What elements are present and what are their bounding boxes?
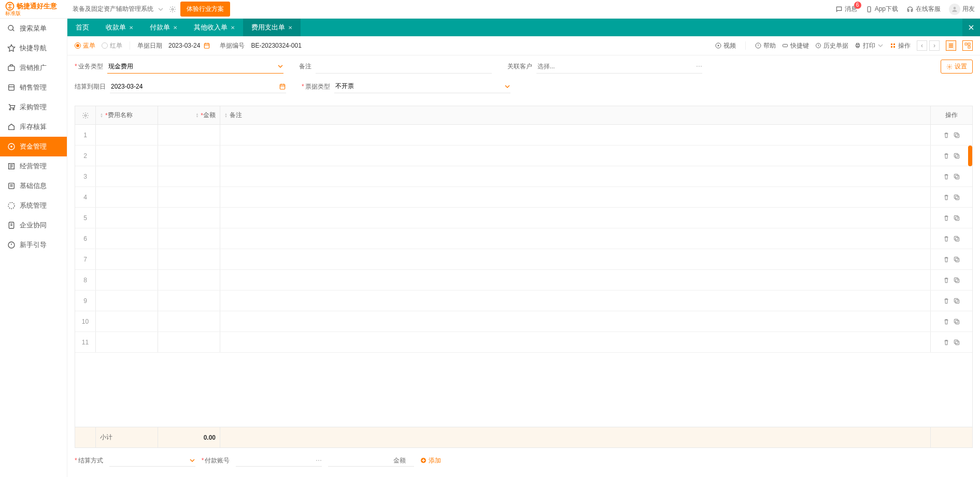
biz-type-select[interactable]	[107, 60, 283, 74]
add-settlement-link[interactable]: 添加	[420, 456, 441, 465]
cell-expense-name[interactable]	[96, 146, 158, 166]
view-mode-list[interactable]	[946, 40, 956, 51]
delete-row-icon[interactable]	[943, 214, 950, 222]
table-row[interactable]: 5	[75, 208, 972, 228]
copy-row-icon[interactable]	[953, 256, 960, 263]
sidebar-item[interactable]: 基础信息	[0, 176, 67, 196]
settings-button[interactable]: 设置	[941, 60, 973, 74]
messages-link[interactable]: 消息 6	[835, 5, 857, 13]
shortcut-link[interactable]: 快捷键	[782, 41, 809, 50]
table-row[interactable]: 1	[75, 125, 972, 146]
history-link[interactable]: 历史单据	[815, 41, 848, 50]
sidebar-item[interactable]: 销售管理	[0, 78, 67, 97]
col-amount[interactable]: ▲▼ *金额	[158, 106, 220, 124]
table-row[interactable]: 6	[75, 228, 972, 249]
copy-row-icon[interactable]	[953, 132, 960, 139]
help-link[interactable]: ? 帮助	[755, 41, 776, 50]
cell-expense-name[interactable]	[96, 208, 158, 228]
sidebar-item[interactable]: 新手引导	[0, 235, 67, 255]
amount-input[interactable]	[328, 454, 414, 467]
invoice-select[interactable]	[334, 80, 510, 93]
tab-close-icon[interactable]: ✕	[173, 25, 177, 31]
cell-amount[interactable]	[158, 228, 220, 249]
table-row[interactable]: 8	[75, 270, 972, 291]
cell-amount[interactable]	[158, 291, 220, 311]
copy-row-icon[interactable]	[953, 318, 960, 325]
sidebar-item[interactable]: 采购管理	[0, 97, 67, 117]
prev-doc[interactable]: ‹	[917, 40, 927, 51]
pay-account-select[interactable]: ⋯	[236, 454, 322, 467]
tab[interactable]: 首页	[67, 19, 97, 36]
cell-amount[interactable]	[158, 187, 220, 207]
operations-link[interactable]: 操作	[890, 41, 911, 50]
cell-expense-name[interactable]	[96, 125, 158, 145]
cell-remark[interactable]	[220, 311, 931, 331]
copy-row-icon[interactable]	[953, 235, 960, 242]
settle-method-select[interactable]	[109, 454, 195, 467]
delete-row-icon[interactable]	[943, 132, 950, 139]
table-row[interactable]: 10	[75, 311, 972, 332]
customer-select[interactable]: ⋯	[536, 60, 702, 74]
delete-row-icon[interactable]	[943, 194, 950, 201]
view-mode-tree[interactable]	[962, 40, 973, 51]
ellipsis-icon[interactable]: ⋯	[696, 63, 702, 70]
delete-row-icon[interactable]	[943, 297, 950, 305]
delete-row-icon[interactable]	[943, 256, 950, 263]
cell-remark[interactable]	[220, 125, 931, 145]
table-row[interactable]: 3	[75, 166, 972, 187]
col-expense-name[interactable]: ▲▼ *费用名称	[96, 106, 158, 124]
cell-amount[interactable]	[158, 270, 220, 290]
cell-remark[interactable]	[220, 166, 931, 186]
delete-row-icon[interactable]	[943, 339, 950, 346]
cell-remark[interactable]	[220, 187, 931, 207]
cell-amount[interactable]	[158, 311, 220, 331]
remark-input[interactable]	[316, 60, 492, 74]
close-all-tabs[interactable]	[962, 19, 980, 36]
cell-amount[interactable]	[158, 208, 220, 228]
table-row[interactable]: 9	[75, 291, 972, 311]
table-row[interactable]: 2	[75, 146, 972, 166]
gear-icon[interactable]	[169, 6, 176, 13]
table-row[interactable]: 11	[75, 332, 972, 353]
scrollbar-thumb[interactable]	[968, 146, 972, 166]
cell-remark[interactable]	[220, 291, 931, 311]
video-link[interactable]: 视频	[715, 41, 736, 50]
tab[interactable]: 其他收入单✕	[186, 19, 243, 36]
cell-expense-name[interactable]	[96, 270, 158, 290]
cell-amount[interactable]	[158, 125, 220, 145]
cell-remark[interactable]	[220, 270, 931, 290]
delete-row-icon[interactable]	[943, 277, 950, 284]
tab[interactable]: 收款单✕	[97, 19, 141, 36]
cell-remark[interactable]	[220, 228, 931, 249]
copy-row-icon[interactable]	[953, 173, 960, 180]
cell-expense-name[interactable]	[96, 187, 158, 207]
system-selector[interactable]: 装备及固定资产辅助管理系统	[73, 5, 164, 13]
tab-close-icon[interactable]: ✕	[231, 25, 235, 31]
date-value[interactable]: 2023-03-24	[168, 42, 200, 49]
copy-row-icon[interactable]	[953, 297, 960, 305]
table-row[interactable]: 4	[75, 187, 972, 208]
calendar-icon[interactable]	[279, 83, 286, 90]
sidebar-item[interactable]: 搜索菜单	[0, 19, 67, 38]
cta-button[interactable]: 体验行业方案	[180, 2, 230, 17]
copy-row-icon[interactable]	[953, 152, 960, 160]
sidebar-item[interactable]: 营销推广	[0, 58, 67, 78]
delete-row-icon[interactable]	[943, 152, 950, 160]
cell-expense-name[interactable]	[96, 166, 158, 186]
tab[interactable]: 费用支出单✕	[243, 19, 301, 36]
cell-expense-name[interactable]	[96, 249, 158, 269]
app-download-link[interactable]: App下载	[865, 5, 898, 13]
ellipsis-icon[interactable]: ⋯	[316, 457, 322, 464]
calendar-icon[interactable]	[203, 42, 210, 49]
cell-amount[interactable]	[158, 166, 220, 186]
radio-red[interactable]: 红单	[102, 41, 122, 50]
cell-expense-name[interactable]	[96, 332, 158, 352]
radio-blue[interactable]: 蓝单	[75, 41, 95, 50]
due-date-input[interactable]	[110, 80, 286, 93]
tab-close-icon[interactable]: ✕	[288, 25, 292, 31]
table-settings[interactable]	[75, 106, 96, 124]
table-row[interactable]: 7	[75, 249, 972, 270]
cell-expense-name[interactable]	[96, 311, 158, 331]
sidebar-item[interactable]: 快捷导航	[0, 38, 67, 58]
support-link[interactable]: 在线客服	[906, 5, 941, 13]
